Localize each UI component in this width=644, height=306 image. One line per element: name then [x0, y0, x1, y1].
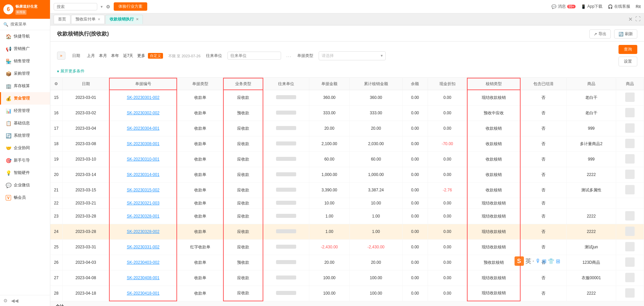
col-goods-img[interactable]: 商品 — [616, 78, 644, 90]
cell-doc-no[interactable]: SK-20230301-002 — [109, 90, 177, 105]
partner-blurred — [276, 111, 296, 115]
doc-no-link[interactable]: SK-20230418-001 — [127, 291, 159, 296]
cell-doc-no[interactable]: SK-20230331-002 — [109, 239, 177, 255]
doc-no-link[interactable]: SK-20230314-001 — [127, 172, 159, 177]
col-amount[interactable]: 单据金额 — [309, 78, 350, 90]
col-partner[interactable]: 往来单位 — [263, 78, 309, 90]
cell-doc-no[interactable]: SK-20230321-003 — [109, 198, 177, 208]
footer-label: 合计 — [50, 301, 644, 306]
sidebar-item-marketing[interactable]: 📢 营销推广 — [0, 43, 50, 55]
col-verify-type[interactable]: 核销类型 — [467, 78, 521, 90]
sidebar-item-inventory[interactable]: 🏢 库存核算 — [0, 80, 50, 92]
date-last-month[interactable]: 上月 — [86, 52, 96, 59]
topbar-gear-icon[interactable]: ⚙ — [106, 4, 110, 9]
sidebar-item-system[interactable]: 🔄 系统管理 — [0, 129, 50, 142]
doc-no-link[interactable]: SK-20230403-002 — [127, 260, 159, 265]
data-table-container[interactable]: ⚙ 日期 单据编号 单据类型 业务类型 往来单位 单据金额 累计核销金额 余额 … — [50, 78, 644, 306]
date-more[interactable]: 更多 — [136, 52, 147, 59]
doc-no-link[interactable]: SK-20230321-003 — [127, 201, 159, 205]
date-custom-tag[interactable]: 自定义 — [148, 53, 163, 59]
tab-prepay[interactable]: 预收应付单 ✕ — [71, 15, 105, 24]
tab-close-all-icon[interactable]: ✕ — [628, 16, 633, 22]
col-date[interactable]: 日期 — [62, 78, 109, 90]
tab-prepay-close-icon[interactable]: ✕ — [98, 17, 100, 21]
sidebar-item-sales[interactable]: 🏪 销售管理 — [0, 55, 50, 67]
topbar-search-input[interactable] — [54, 3, 97, 10]
sidebar-item-purchase[interactable]: 📦 采购管理 — [0, 67, 50, 80]
doc-no-link[interactable]: SK-20230310-001 — [127, 157, 159, 162]
doc-no-link[interactable]: SK-20230331-002 — [127, 245, 159, 249]
doc-type-select[interactable]: 请选择 ▾ — [319, 51, 386, 60]
col-balance[interactable]: 余额 — [402, 78, 428, 90]
cell-date: 2023-04-03 — [62, 255, 109, 270]
date-7days[interactable]: 近7天 — [122, 52, 135, 59]
cell-doc-no[interactable]: SK-20230304-001 — [109, 121, 177, 136]
sidebar-item-enterprise[interactable]: 🤝 企业协同 — [0, 142, 50, 154]
col-settings[interactable]: ⚙ — [50, 78, 62, 90]
query-button[interactable]: 查询 — [619, 45, 637, 54]
cell-doc-no[interactable]: SK-20230403-002 — [109, 255, 177, 270]
cell-doc-no[interactable]: SK-20230328-002 — [109, 224, 177, 239]
cell-doc-no[interactable]: SK-20230418-001 — [109, 286, 177, 301]
sidebar-item-wechat[interactable]: 💬 企业微信 — [0, 179, 50, 191]
cell-doc-no[interactable]: SK-20230328-001 — [109, 208, 177, 224]
cell-goods-img — [616, 255, 644, 270]
sidebar-item-quick[interactable]: 🏠 快捷导航 — [0, 30, 50, 43]
doc-no-link[interactable]: SK-20230315-002 — [127, 188, 159, 192]
doc-no-link[interactable]: SK-20230328-002 — [127, 229, 159, 234]
cell-doc-no[interactable]: SK-20230310-001 — [109, 151, 177, 167]
expand-more-row[interactable]: ▾ 展开更多条件 — [57, 68, 637, 74]
solution-button[interactable]: 体验行业方案 — [114, 2, 147, 11]
col-doc-type[interactable]: 单据类型 — [177, 78, 223, 90]
date-this-month[interactable]: 本月 — [98, 52, 108, 59]
marketing-icon: 📢 — [6, 46, 11, 52]
user-name-item[interactable]: Rit — [636, 4, 641, 9]
messages-item[interactable]: 💬 消息 99+ — [551, 4, 576, 9]
tab-home[interactable]: 首页 — [54, 15, 70, 24]
sidebar-item-basic[interactable]: 📋 基础信息 — [0, 117, 50, 129]
sidebar-item-hardware[interactable]: 💡 智能硬件 — [0, 167, 50, 179]
tab-expand-icon[interactable]: ⛶ — [635, 16, 641, 22]
cell-amount: 2,100.00 — [309, 136, 350, 151]
setting-button[interactable]: 设置 — [619, 57, 637, 66]
cell-doc-no[interactable]: SK-20230308-001 — [109, 136, 177, 151]
col-goods[interactable]: 商品 — [567, 78, 616, 90]
cell-doc-no[interactable]: SK-20230314-001 — [109, 167, 177, 182]
tab-collection[interactable]: 收款核销执行 ✕ — [105, 15, 143, 24]
cell-doc-no[interactable]: SK-20230315-002 — [109, 182, 177, 198]
cell-discount: -70.00 — [428, 136, 467, 151]
doc-no-link[interactable]: SK-20230308-001 — [127, 141, 159, 146]
partner-input[interactable] — [227, 52, 281, 60]
doc-no-link[interactable]: SK-20230328-001 — [127, 214, 159, 219]
collapse-icon[interactable]: ◀◀ — [11, 298, 18, 303]
topbar-dropdown-arrow[interactable]: ▾ — [101, 4, 103, 9]
col-biz-type[interactable]: 业务类型 — [223, 78, 263, 90]
settings-bottom-icon[interactable]: ⚙ — [3, 298, 8, 303]
col-doc-no[interactable]: 单据编号 — [109, 78, 177, 90]
tab-collection-close-icon[interactable]: ✕ — [136, 17, 139, 21]
sidebar-logo: 6 畅康道好生意 标推版 — [0, 0, 50, 19]
date-this-year[interactable]: 本年 — [110, 52, 120, 59]
filter-expand-button[interactable]: » — [57, 52, 65, 60]
sidebar-item-member[interactable]: V 畅会员 — [0, 191, 50, 204]
cell-discount: 0.00 — [428, 167, 467, 182]
col-verified[interactable]: 累计核销金额 — [350, 78, 402, 90]
cell-doc-no[interactable]: SK-20230302-002 — [109, 105, 177, 121]
doc-no-link[interactable]: SK-20230302-002 — [127, 111, 159, 115]
cell-verify-type: 现结收款核销 — [467, 270, 521, 286]
online-service-item[interactable]: 🎧 在线客服 — [608, 4, 630, 9]
refresh-button[interactable]: 🔄 刷新 — [614, 29, 637, 39]
app-download-item[interactable]: 📱 App下载 — [581, 4, 602, 9]
export-button[interactable]: ↗ 导出 — [589, 29, 611, 39]
doc-no-link[interactable]: SK-20230301-002 — [127, 95, 159, 100]
col-included[interactable]: 包含已结清 — [520, 78, 567, 90]
sidebar-item-finance[interactable]: 💰 资金管理 — [0, 92, 50, 105]
chevron-down-icon: ▾ — [381, 53, 383, 58]
doc-no-link[interactable]: SK-20230408-001 — [127, 276, 159, 280]
sidebar-item-operations[interactable]: 📊 经营管理 — [0, 105, 50, 117]
col-discount[interactable]: 现金折扣 — [428, 78, 467, 90]
sidebar-item-search[interactable]: 🔍 搜索菜单 — [0, 19, 50, 30]
sidebar-item-guide[interactable]: 🎯 新手引导 — [0, 154, 50, 167]
cell-doc-no[interactable]: SK-20230408-001 — [109, 270, 177, 286]
doc-no-link[interactable]: SK-20230304-001 — [127, 126, 159, 131]
